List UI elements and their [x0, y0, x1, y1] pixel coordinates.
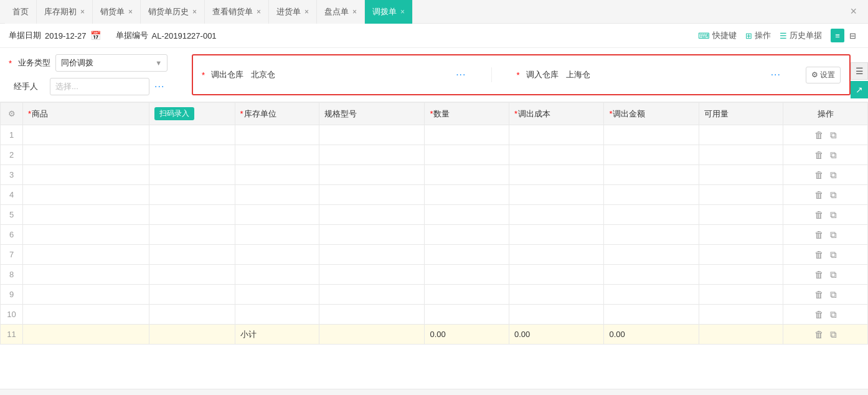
copy-icon[interactable]: ⧉ — [830, 130, 837, 140]
tab-close-view-sales[interactable]: × — [257, 7, 261, 16]
window-close-button[interactable]: × — [844, 5, 863, 18]
history-action[interactable]: ☰ 历史单据 — [780, 30, 822, 41]
th-avail: 可用量 — [699, 103, 783, 125]
warehouse-in-more-btn[interactable]: ··· — [771, 69, 781, 80]
copy-icon[interactable]: ⧉ — [830, 309, 837, 320]
date-group: 单据日期 2019-12-27 📅 — [9, 30, 101, 41]
subtotal-row: 11 小计 0.00 0.00 0.00 🗑 ⧉ — [1, 325, 868, 345]
product-cell[interactable] — [23, 125, 149, 145]
person-row: 经手人 选择... ··· — [9, 78, 183, 95]
shortcuts-icon: ⌨ — [698, 31, 710, 40]
table-row: 3 🗑 ⧉ — [1, 165, 868, 185]
top-form: 单据日期 2019-12-27 📅 单据编号 AL-20191227-001 ⌨… — [0, 24, 868, 102]
row-num: 2 — [1, 145, 23, 165]
sidebar-list-icon[interactable]: ☰ — [851, 62, 868, 80]
copy-icon[interactable]: ⧉ — [830, 329, 837, 340]
table-row: 10 🗑 ⧉ — [1, 305, 868, 325]
tab-close-transfer[interactable]: × — [400, 7, 405, 16]
person-select[interactable]: 选择... — [50, 78, 149, 95]
scan-entry-button[interactable]: 扫码录入 — [154, 107, 194, 120]
tab-view-sales[interactable]: 查看销货单 × — [205, 0, 269, 24]
th-settings[interactable]: ⚙ — [1, 103, 23, 125]
chevron-down-icon: ▼ — [155, 59, 162, 67]
row-num: 1 — [1, 125, 23, 145]
copy-icon[interactable]: ⧉ — [830, 209, 837, 220]
warehouse-divider — [491, 67, 492, 82]
sidebar-expand-icon[interactable]: ↗ — [851, 81, 868, 98]
tab-sales-history[interactable]: 销货单历史 × — [141, 0, 205, 24]
header-toolbar: ⌨ 快捷键 ⊞ 操作 ☰ 历史单据 ≡ ⊟ — [698, 29, 859, 42]
tab-inventory-check[interactable]: 盘点单 × — [317, 0, 365, 24]
delete-icon[interactable]: 🗑 — [814, 249, 824, 260]
delete-icon[interactable]: 🗑 — [814, 329, 824, 340]
tab-purchase[interactable]: 进货单 × — [269, 0, 317, 24]
view-icons: ≡ ⊟ — [831, 29, 859, 42]
tab-close-inventory-check[interactable]: × — [352, 7, 357, 16]
subtotal-qty: 0.00 — [425, 325, 509, 345]
scroll-bar[interactable] — [0, 389, 868, 395]
gear-icon: ⚙ — [811, 70, 818, 79]
left-form-fields: * 业务类型 同价调拨 ▼ 经手人 选择... ··· — [9, 54, 183, 95]
tab-transfer[interactable]: 调拨单 × — [365, 0, 413, 24]
th-cost: *调出成本 — [509, 103, 603, 125]
calendar-icon[interactable]: 📅 — [90, 31, 101, 40]
th-spec: 规格型号 — [319, 103, 425, 125]
view-grid-icon[interactable]: ⊟ — [846, 29, 859, 42]
gear-icon[interactable]: ⚙ — [8, 109, 16, 118]
operations-action[interactable]: ⊞ 操作 — [745, 30, 771, 41]
warehouse-out-more-btn[interactable]: ··· — [456, 69, 466, 80]
th-ops: 操作 — [783, 103, 868, 125]
tab-close-inventory-init[interactable]: × — [80, 7, 85, 16]
tab-inventory-init[interactable]: 库存期初 × — [37, 0, 93, 24]
docno-group: 单据编号 AL-20191227-001 — [116, 30, 217, 41]
main-content: 单据日期 2019-12-27 📅 单据编号 AL-20191227-001 ⌨… — [0, 24, 868, 395]
delete-icon[interactable]: 🗑 — [814, 309, 824, 320]
tab-bar: 首页 库存期初 × 销货单 × 销货单历史 × 查看销货单 × 进货单 × 盘点… — [0, 0, 868, 24]
tab-close-sales-order[interactable]: × — [128, 7, 133, 16]
table-row: 5 🗑 ⧉ — [1, 205, 868, 225]
copy-icon[interactable]: ⧉ — [830, 150, 837, 160]
copy-icon[interactable]: ⧉ — [830, 169, 837, 180]
table-row: 7 🗑 ⧉ — [1, 245, 868, 265]
table-row: 9 🗑 ⧉ — [1, 285, 868, 305]
view-list-icon[interactable]: ≡ — [831, 29, 844, 42]
warehouse-section: * 调出仓库 北京仓 ··· * 调入仓库 上海仓 ··· ⚙ 设置 — [192, 54, 851, 95]
warehouse-in-value[interactable]: 上海仓 — [566, 69, 590, 80]
history-icon: ☰ — [780, 31, 787, 40]
tab-close-purchase[interactable]: × — [304, 7, 309, 16]
operations-icon: ⊞ — [745, 31, 752, 40]
th-product: *商品 — [23, 103, 149, 125]
business-type-select[interactable]: 同价调拨 ▼ — [55, 54, 167, 72]
tab-close-sales-history[interactable]: × — [192, 7, 197, 16]
delete-icon[interactable]: 🗑 — [814, 269, 824, 280]
date-value[interactable]: 2019-12-27 — [45, 31, 87, 40]
subtotal-label: 小计 — [240, 330, 257, 339]
table-row: 2 🗑 ⧉ — [1, 145, 868, 165]
settings-button[interactable]: ⚙ 设置 — [806, 67, 841, 83]
copy-icon[interactable]: ⧉ — [830, 289, 837, 300]
warehouse-out-value[interactable]: 北京仓 — [251, 69, 275, 80]
delete-icon[interactable]: 🗑 — [814, 229, 824, 240]
person-more-btn[interactable]: ··· — [154, 81, 164, 92]
person-label: 经手人 — [14, 81, 45, 92]
delete-icon[interactable]: 🗑 — [814, 169, 824, 180]
warehouse-out-required: * — [202, 70, 205, 80]
warehouse-in-label: 调入仓库 — [526, 69, 559, 80]
delete-icon[interactable]: 🗑 — [814, 209, 824, 220]
th-qty: *数量 — [425, 103, 509, 125]
delete-icon[interactable]: 🗑 — [814, 150, 824, 160]
copy-icon[interactable]: ⧉ — [830, 229, 837, 240]
copy-icon[interactable]: ⧉ — [830, 189, 837, 200]
tab-home[interactable]: 首页 — [5, 0, 37, 24]
delete-icon[interactable]: 🗑 — [814, 130, 824, 140]
warehouse-out-label: 调出仓库 — [211, 69, 243, 80]
th-scan: 扫码录入 — [149, 103, 235, 125]
delete-icon[interactable]: 🗑 — [814, 189, 824, 200]
warehouse-out-field: * 调出仓库 北京仓 ··· — [202, 69, 466, 80]
copy-icon[interactable]: ⧉ — [830, 249, 837, 260]
tab-sales-order[interactable]: 销货单 × — [93, 0, 141, 24]
delete-icon[interactable]: 🗑 — [814, 289, 824, 300]
th-unit: *库存单位 — [235, 103, 319, 125]
shortcuts-action[interactable]: ⌨ 快捷键 — [698, 30, 737, 41]
copy-icon[interactable]: ⧉ — [830, 269, 837, 280]
